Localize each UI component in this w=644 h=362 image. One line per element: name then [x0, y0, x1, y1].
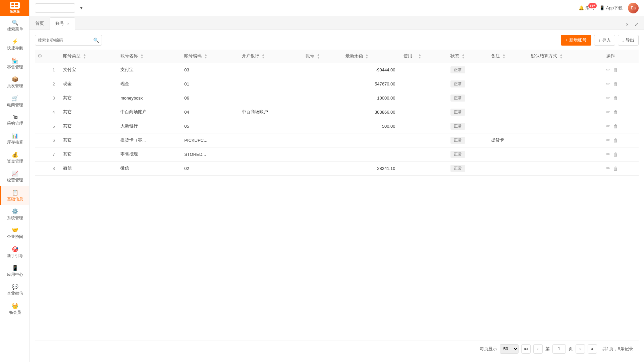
header-search-input[interactable]: [35, 3, 75, 13]
sort-account-icon: ▲▼: [317, 53, 320, 59]
export-button[interactable]: ↓ 导出: [618, 35, 639, 46]
tab-accounts-close[interactable]: ×: [67, 21, 69, 26]
sidebar-item-system[interactable]: ⚙️ 系统管理: [0, 205, 29, 224]
sidebar-icon-purchase: 🛍: [12, 114, 18, 120]
sidebar-item-purchase[interactable]: 🛍 采购管理: [0, 111, 29, 129]
row-status-5: 正常: [448, 133, 488, 147]
col-usage-header[interactable]: 使用... ▲▼: [401, 50, 448, 63]
row-balance-4: 500.00: [343, 119, 401, 133]
tab-bar-actions: × ⤢: [624, 21, 644, 29]
sort-default-icon: ▲▼: [560, 53, 563, 59]
col-name-header[interactable]: 账号名称 ▲▼: [118, 50, 181, 63]
tab-maximize-btn[interactable]: ⤢: [633, 21, 640, 28]
bell-icon: 🔔: [579, 5, 584, 10]
header-dropdown[interactable]: ▼: [79, 5, 84, 10]
edit-icon-1[interactable]: ✏: [606, 81, 610, 87]
col-bank-header[interactable]: 开户银行 ▲▼: [239, 50, 303, 63]
edit-icon-3[interactable]: ✏: [606, 109, 610, 115]
row-type-1: 现金: [60, 77, 118, 91]
delete-icon-7[interactable]: 🗑: [613, 166, 618, 171]
delete-icon-0[interactable]: 🗑: [613, 67, 618, 73]
row-type-0: 支付宝: [60, 63, 118, 77]
sidebar-item-shortcut[interactable]: ⚡ 快捷导航: [0, 35, 29, 54]
edit-icon-5[interactable]: ✏: [606, 137, 610, 143]
row-num-6: 7: [47, 147, 60, 161]
app-logo: 乐惠版: [0, 0, 30, 16]
import-button[interactable]: ↑ 导入: [594, 35, 615, 46]
row-status-1: 正常: [448, 77, 488, 91]
sidebar-item-finance[interactable]: 💰 资金管理: [0, 148, 29, 167]
col-balance-header[interactable]: 最新余额 ▲▼: [343, 50, 401, 63]
sidebar-item-retail[interactable]: 🏪 零售管理: [0, 54, 29, 73]
delete-icon-2[interactable]: 🗑: [613, 95, 618, 101]
sidebar-item-search[interactable]: 🔍 搜索菜单: [0, 16, 29, 35]
page-input[interactable]: [552, 344, 566, 354]
page-first-btn[interactable]: ⏮: [521, 344, 531, 354]
header-app-btn[interactable]: 📱 App下载: [599, 5, 623, 11]
settings-gear-icon[interactable]: ⚙: [38, 53, 42, 59]
row-code-1: 01: [181, 77, 239, 91]
row-action-6: ✏ 🗑: [603, 147, 639, 161]
row-remark-2: [488, 91, 528, 105]
row-name-4: 大新银行: [118, 119, 181, 133]
row-balance-7: 28241.10: [343, 161, 401, 175]
avatar[interactable]: Ea: [628, 3, 639, 13]
row-default-3: [528, 105, 603, 119]
row-default-5: [528, 133, 603, 147]
sidebar-item-ecommerce[interactable]: 🛒 电商管理: [0, 92, 29, 111]
header-right: 🔔 消息 99+ 📱 App下载 Ea: [579, 3, 639, 13]
col-default-header[interactable]: 默认结算方式 ▲▼: [528, 50, 603, 63]
sidebar-item-app-center[interactable]: 📱 应用中心: [0, 261, 29, 280]
table-row: 3 其它 moneybosx 06 10000.00 正常 ✏ 🗑: [35, 91, 639, 105]
search-icon[interactable]: 🔍: [93, 38, 99, 43]
sidebar-item-enterprise-wx[interactable]: 💬 企业微信: [0, 280, 29, 299]
sidebar-label-ecommerce: 电商管理: [7, 103, 23, 107]
sidebar-item-wholesale[interactable]: 📦 批发管理: [0, 73, 29, 92]
sidebar-item-operations[interactable]: 📈 经营管理: [0, 167, 29, 186]
delete-icon-4[interactable]: 🗑: [613, 123, 618, 129]
table-row: 4 其它 中百商场账户 04 中百商场账户 383866.00 正常 ✏ 🗑: [35, 105, 639, 119]
col-account-header[interactable]: 账号 ▲▼: [303, 50, 343, 63]
page-next-btn[interactable]: ›: [576, 344, 585, 354]
header-msg-btn[interactable]: 🔔 消息 99+: [579, 5, 594, 11]
col-remark-header[interactable]: 备注 ▲▼: [488, 50, 528, 63]
col-status-header[interactable]: 状态 ▲▼: [448, 50, 488, 63]
sidebar-icon-finance: 💰: [12, 152, 18, 158]
row-usage-5: [401, 133, 448, 147]
page-prev-btn[interactable]: ‹: [533, 344, 543, 354]
edit-icon-0[interactable]: ✏: [606, 67, 610, 73]
svg-rect-2: [15, 3, 18, 5]
edit-icon-7[interactable]: ✏: [606, 165, 610, 171]
row-settings-0: [35, 63, 47, 77]
sidebar-item-agreement[interactable]: 🤝 企业协同: [0, 224, 29, 242]
row-type-2: 其它: [60, 91, 118, 105]
tab-home[interactable]: 首页: [30, 17, 50, 29]
tab-home-label: 首页: [35, 20, 44, 26]
search-input[interactable]: [38, 38, 93, 43]
tab-close-btn[interactable]: ×: [624, 21, 631, 28]
table-row: 6 其它 提货卡（零... PICKUPC... 正常 提货卡 ✏ 🗑: [35, 133, 639, 147]
delete-icon-1[interactable]: 🗑: [613, 81, 618, 87]
tab-accounts[interactable]: 账号 ×: [50, 17, 75, 29]
status-badge-7: 正常: [450, 165, 465, 172]
sidebar-icon-app-center: 📱: [12, 265, 18, 271]
sidebar-item-guide[interactable]: 🎯 新手引导: [0, 243, 29, 261]
add-account-button[interactable]: + 新增账号: [561, 35, 591, 46]
sidebar-item-inventory[interactable]: 📊 库存核算: [0, 129, 29, 148]
page-jump-label: 第: [545, 346, 550, 352]
edit-icon-4[interactable]: ✏: [606, 123, 610, 129]
sidebar-label-wholesale: 批发管理: [7, 83, 23, 88]
row-action-0: ✏ 🗑: [603, 63, 639, 77]
delete-icon-5[interactable]: 🗑: [613, 137, 618, 143]
col-type-header[interactable]: 账号类型 ▲▼: [60, 50, 118, 63]
sidebar-icon-basic: 📋: [12, 189, 18, 196]
page-size-select[interactable]: 50 10 20 100: [500, 344, 519, 354]
edit-icon-6[interactable]: ✏: [606, 151, 610, 157]
delete-icon-3[interactable]: 🗑: [613, 109, 618, 115]
sidebar-item-member[interactable]: 👑 畅会员: [0, 299, 29, 318]
edit-icon-2[interactable]: ✏: [606, 95, 610, 101]
delete-icon-6[interactable]: 🗑: [613, 152, 618, 157]
page-last-btn[interactable]: ⏭: [588, 344, 597, 354]
col-code-header[interactable]: 账号编码 ▲▼: [181, 50, 239, 63]
sidebar-item-basic[interactable]: 📋 基础信息: [0, 186, 29, 205]
